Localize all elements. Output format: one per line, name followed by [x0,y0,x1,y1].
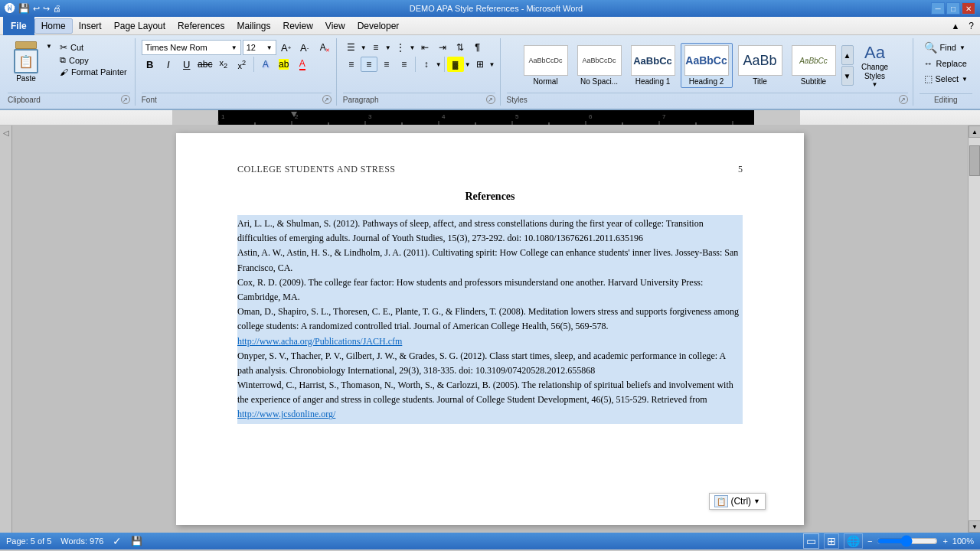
print-layout-icon[interactable]: ▭ [803,533,819,549]
style-normal[interactable]: AaBbCcDc Normal [520,43,572,88]
font-size-dropdown[interactable]: 12 ▼ [243,40,276,55]
maximize-button[interactable]: □ [946,2,960,15]
underline-button[interactable]: U [178,57,195,72]
paste-button[interactable]: 📋 Paste [8,40,44,86]
text-highlight-button[interactable]: ab [276,57,292,72]
menu-developer[interactable]: Developer [351,18,406,34]
style-heading2[interactable]: AaBbCc Heading 2 [681,43,733,88]
full-screen-icon[interactable]: ⊞ [824,533,839,549]
italic-button[interactable]: I [160,57,177,72]
paste-options-arrow[interactable]: ▼ [753,497,760,505]
quick-access-undo[interactable]: ↩ [33,4,40,14]
styles-scroll-down[interactable]: ▼ [841,66,854,86]
ref4-link[interactable]: http://www.acha.org/Publications/JACH.cf… [237,336,402,347]
select-arrow[interactable]: ▼ [962,76,968,83]
quick-access-print[interactable]: 🖨 [53,4,61,13]
clipboard-small-btns: ✂ Cut ⧉ Copy 🖌 Format Painter [57,40,130,77]
quick-access-save[interactable]: 💾 [18,3,30,14]
styles-scroll-up[interactable]: ▲ [841,45,854,65]
menu-file[interactable]: File [3,17,34,35]
references-block[interactable]: Ari, L. L., & Shulman, S. (2012). Pathwa… [237,215,743,424]
decrease-font-button[interactable]: A- [296,40,313,55]
clipboard-launcher[interactable]: ↗ [121,95,130,104]
show-hide-button[interactable]: ¶ [469,40,486,55]
menu-bar: File Home Insert Page Layout References … [0,17,980,35]
spellcheck-icon[interactable]: ✓ [113,535,122,547]
left-arrow-icon[interactable]: ◁ [3,129,9,137]
menu-mailings[interactable]: Mailings [230,18,276,34]
zoom-slider[interactable] [877,537,938,545]
subscript-button[interactable]: x2 [215,57,232,72]
doc-scroll-area[interactable]: COLLEGE STUDENTS AND STRESS 5 References… [12,126,968,533]
change-styles-button[interactable]: Aa ChangeStyles ▼ [855,40,895,91]
bullets-arrow[interactable]: ▼ [361,44,367,51]
multilevel-arrow[interactable]: ▼ [410,44,416,51]
find-arrow[interactable]: ▼ [959,44,965,51]
menu-review[interactable]: Review [276,18,318,34]
styles-launcher[interactable]: ↗ [899,95,908,104]
find-button[interactable]: 🔍 Find ▼ [920,40,970,55]
help-icon[interactable]: ? [965,21,977,31]
close-button[interactable]: ✕ [962,2,975,15]
numbering-button[interactable]: ≡ [368,40,384,55]
borders-arrow[interactable]: ▼ [489,61,495,68]
line-spacing-button[interactable]: ↕ [418,57,435,72]
ribbon-collapse[interactable]: ▲ [948,21,962,31]
numbering-arrow[interactable]: ▼ [385,44,391,51]
font-launcher[interactable]: ↗ [322,95,332,104]
justify-button[interactable]: ≡ [396,57,413,72]
copy-button[interactable]: ⧉ Copy [57,54,130,66]
style-heading1[interactable]: AaBbCc Heading 1 [627,43,679,88]
decrease-indent[interactable]: ⇤ [416,40,433,55]
scroll-thumb[interactable] [969,145,980,176]
zoom-in-button[interactable]: + [942,536,947,546]
paragraph-launcher[interactable]: ↗ [486,95,495,104]
paste-dropdown-arrow[interactable]: ▼ [46,43,52,50]
scroll-down-button[interactable]: ▼ [969,520,980,533]
scroll-up-button[interactable]: ▲ [969,126,980,138]
bold-button[interactable]: B [142,57,158,72]
select-button[interactable]: ⬚ Select ▼ [920,72,973,86]
style-nospace[interactable]: AaBbCcDc No Spaci... [573,43,626,88]
strikethrough-button[interactable]: abc [197,57,214,72]
ref6-link[interactable]: http://www.jcsdonline.org/ [237,409,335,419]
replace-button[interactable]: ↔ Replace [920,57,972,70]
shading-arrow[interactable]: ▼ [465,61,471,68]
page-number: 5 [738,164,743,175]
increase-indent[interactable]: ⇥ [434,40,451,55]
align-center-button[interactable]: ≡ [361,57,377,72]
line-spacing-arrow[interactable]: ▼ [436,61,442,68]
references-heading: References [237,191,743,203]
font-color-button[interactable]: A [294,57,311,72]
style-nospace-preview: AaBbCcDc [577,45,622,76]
menu-view[interactable]: View [319,18,351,34]
paste-options-popup[interactable]: 📋 (Ctrl) ▼ [709,493,766,510]
web-layout-icon[interactable]: 🌐 [844,533,863,549]
superscript-button[interactable]: x2 [234,57,250,72]
style-title[interactable]: AaBb Title [734,43,786,88]
menu-home[interactable]: Home [34,18,73,34]
sort-button[interactable]: ⇅ [452,40,469,55]
svg-text:5: 5 [515,113,519,120]
style-subtitle[interactable]: AaBbCc Subtitle [788,43,840,88]
multilevel-button[interactable]: ⋮ [392,40,409,55]
right-scrollbar[interactable]: ▲ ▼ [968,126,980,533]
shading-button[interactable]: ▓ [447,57,464,72]
menu-page-layout[interactable]: Page Layout [108,18,172,34]
bullets-button[interactable]: ☰ [343,40,360,55]
text-effects-button[interactable]: A [257,57,274,72]
increase-font-button[interactable]: A+ [278,40,295,55]
menu-insert[interactable]: Insert [73,18,108,34]
menu-references[interactable]: References [172,18,230,34]
font-name-dropdown[interactable]: Times New Rom ▼ [142,40,241,55]
minimize-button[interactable]: ─ [931,2,945,15]
borders-button[interactable]: ⊞ [472,57,488,72]
align-left-button[interactable]: ≡ [343,57,360,72]
zoom-out-button[interactable]: − [867,536,872,546]
align-right-button[interactable]: ≡ [378,57,395,72]
format-painter-button[interactable]: 🖌 Format Painter [57,67,130,77]
scroll-track[interactable] [969,138,980,520]
cut-button[interactable]: ✂ Cut [57,41,130,54]
quick-access-redo[interactable]: ↪ [43,4,50,14]
clear-format-button[interactable]: A✕ [315,40,332,55]
